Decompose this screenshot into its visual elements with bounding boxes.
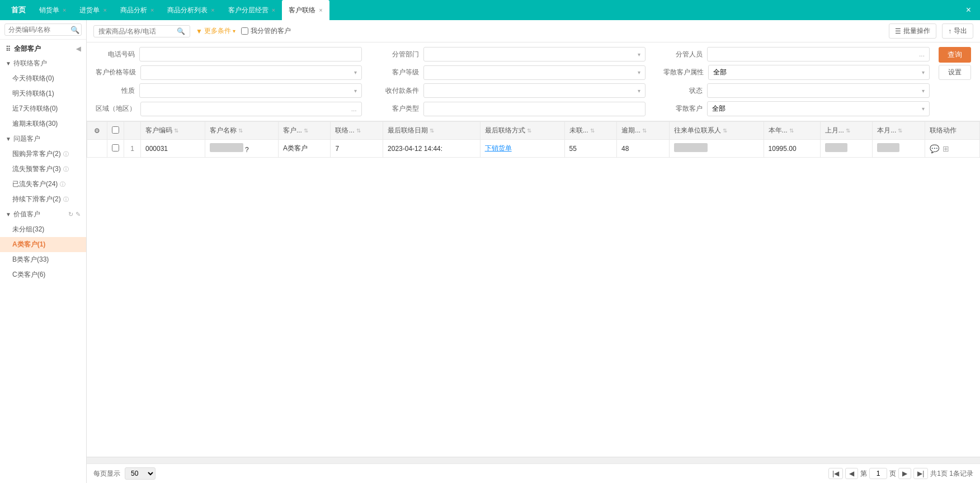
phone-input[interactable] [139,47,362,61]
customer-type-input[interactable] [423,102,646,116]
sidebar-item-hoarder[interactable]: 囤购异常客户(2) ⓘ [0,146,86,162]
filter-action-buttons: 查询 设置 [939,47,971,116]
gear-icon[interactable]: ⚙ [94,127,100,135]
price-grade-select[interactable]: ▾ [140,65,362,80]
nav-customer-tier[interactable]: 客户分层经营 × [222,0,282,20]
filter-dept: 分管部门 ▾ [380,47,646,61]
nature-select[interactable]: ▾ [139,83,362,98]
setting-button[interactable]: 设置 [939,65,971,80]
collapse-icon[interactable]: ◀ [76,45,81,53]
retail-attr-arrow-icon: ▾ [922,69,925,75]
status-select[interactable]: ▾ [707,83,930,98]
close-all-button[interactable]: × [962,5,976,15]
col-customer-name: 客户名称 ⇅ [205,122,278,140]
sort-contacts-icon[interactable]: ⇅ [723,127,727,134]
filter-icon: ▼ [196,27,202,35]
sort-contact-icon[interactable]: ⇅ [356,127,361,134]
sort-date-icon[interactable]: ⇅ [430,127,434,134]
sort-year-icon[interactable]: ⇅ [789,127,794,134]
nav-sales[interactable]: 销货单 × [32,0,73,20]
sidebar-item-ungrouped[interactable]: 未分组(32) [0,222,86,237]
sort-code-icon[interactable]: ⇅ [174,127,178,134]
query-button[interactable]: 查询 [939,47,971,63]
close-customer-contact-icon[interactable]: × [319,7,322,13]
sort-ctype-icon[interactable]: ⇅ [304,127,308,134]
nav-goods-analysis[interactable]: 商品分析 × [114,0,161,20]
sort-tmonth-icon[interactable]: ⇅ [898,127,902,134]
expand-arrow-icon3: ▼ [6,211,11,217]
prev-page-button[interactable]: ◀ [845,468,858,479]
customer-grade-select[interactable]: ▾ [423,65,646,80]
close-goods-list-icon[interactable]: × [211,7,214,13]
sort-uncontact-icon[interactable]: ⇅ [590,127,595,134]
group-pending-contact[interactable]: ▼ 待联络客户 [0,56,86,71]
nav-customer-contact[interactable]: 客户联络 × [282,0,329,20]
retail-attr-select[interactable]: 全部 ▾ [708,65,930,80]
nav-goods-list[interactable]: 商品分析列表 × [161,0,221,20]
col-actions: 联络动作 [925,122,979,140]
group-value-customers[interactable]: ▼ 价值客户 ↻ ✎ [0,207,86,222]
sidebar-item-overdue[interactable]: 逾期未联络(30) [0,116,86,131]
col-customer-code: 客户编码 ⇅ [141,122,205,140]
horizontal-scrollbar[interactable] [87,457,980,463]
more-filters-button[interactable]: ▼ 更多条件 ▾ [196,26,235,36]
sort-overdue-icon[interactable]: ⇅ [642,127,647,134]
filter-phone: 电话号码 [96,47,362,61]
search-box[interactable]: 🔍 [93,25,190,37]
sidebar-item-declining[interactable]: 持续下滑客户(2) ⓘ [0,192,86,207]
row-select-checkbox[interactable] [112,144,119,151]
close-purchase-icon[interactable]: × [103,7,106,13]
sidebar-item-7days[interactable]: 近7天待联络(0) [0,101,86,116]
nav-purchase[interactable]: 进货单 × [73,0,113,20]
table-header-row: ⚙ 客户编码 ⇅ [87,122,980,140]
refresh-icon[interactable]: ↻ [68,211,73,218]
page-input[interactable] [869,468,887,479]
sidebar-item-class-a[interactable]: A类客户(1) [0,237,86,252]
col-this-month: 本月... ⇅ [873,122,925,140]
first-page-button[interactable]: |◀ [828,468,843,479]
search-input[interactable] [98,27,177,35]
col-overdue: 逾期... ⇅ [617,122,670,140]
sort-lmonth-icon[interactable]: ⇅ [846,127,850,134]
filter-person: 分管人员 ... [663,47,930,61]
sort-name-icon[interactable]: ⇅ [238,127,243,134]
region-select[interactable]: ... [140,102,362,116]
dept-select[interactable]: ▾ [423,47,646,61]
group-problem-customers[interactable]: ▼ 问题客户 [0,131,86,146]
sort-method-icon[interactable]: ⇅ [527,127,531,134]
nav-home[interactable]: 首页 [4,0,32,20]
top-nav: 首页 销货单 × 进货单 × 商品分析 × 商品分析列表 × 客户分层经营 × … [0,0,980,20]
page-size-select[interactable]: 50 100 200 [125,467,156,480]
sidebar-item-class-b[interactable]: B类客户(33) [0,252,86,267]
col-year-amount: 本年... ⇅ [764,122,820,140]
select-all-checkbox[interactable] [112,126,119,134]
batch-ops-button[interactable]: ☰ 批量操作 [889,23,936,39]
sidebar-item-today[interactable]: 今天待联络(0) [0,71,86,86]
row-uncontacted: 55 [564,140,617,158]
sidebar-item-churn-warning[interactable]: 流失预警客户(3) ⓘ [0,162,86,177]
contacts-blurred [674,143,708,152]
close-customer-tier-icon[interactable]: × [272,7,275,13]
filter-bar: 🔍 ▼ 更多条件 ▾ 我分管的客户 ☰ 批量操作 ↑ 导出 [87,20,980,42]
retail-customer-select[interactable]: 全部 ▾ [707,101,930,116]
person-select[interactable]: ... [707,47,930,61]
customer-grade-arrow-icon: ▾ [638,69,640,75]
export-button[interactable]: ↑ 导出 [942,23,973,39]
next-page-button[interactable]: ▶ [898,468,911,479]
qr-icon[interactable]: ⊞ [943,144,949,153]
comment-icon[interactable]: 💬 [930,144,939,153]
payment-select[interactable]: ▾ [423,83,646,98]
sidebar-item-churned[interactable]: 已流失客户(24) ⓘ [0,177,86,192]
table-row: 1 000031 ? A类客户 7 2023-04-12 14:44: 下销货单… [87,140,980,158]
my-customers-checkbox-area[interactable]: 我分管的客户 [241,26,291,36]
sidebar-item-class-c[interactable]: C类客户(6) [0,267,86,282]
sidebar-all-customers[interactable]: ⠿ 全部客户 ◀ [0,40,86,56]
edit-icon[interactable]: ✎ [76,211,81,218]
last-method-link[interactable]: 下销货单 [485,144,512,152]
sidebar: 🔍 ⠿ 全部客户 ◀ ▼ 待联络客户 今天待联络(0) 明天待联络(1) 近7天… [0,20,87,483]
my-customers-checkbox[interactable] [241,27,248,35]
close-sales-icon[interactable]: × [63,7,66,13]
close-goods-analysis-icon[interactable]: × [150,7,154,13]
sidebar-item-tomorrow[interactable]: 明天待联络(1) [0,86,86,101]
last-page-button[interactable]: ▶| [913,468,928,479]
